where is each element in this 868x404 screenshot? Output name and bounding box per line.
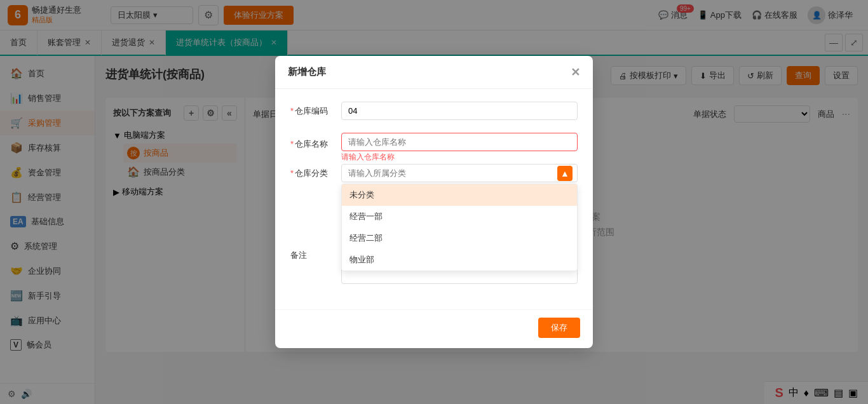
code-label: 仓库编码 xyxy=(290,102,341,117)
form-row-code: 仓库编码 xyxy=(290,102,578,120)
dropdown-option-0[interactable]: 未分类 xyxy=(342,184,577,206)
code-input[interactable] xyxy=(341,102,578,120)
category-dropdown-toggle[interactable]: ▲ xyxy=(557,166,573,181)
category-dropdown-list: 未分类 经营一部 经营二部 物业部 xyxy=(341,184,578,271)
name-input[interactable] xyxy=(341,133,578,151)
name-label: 仓库名称 xyxy=(290,135,341,150)
category-dropdown-wrapper: ▲ 未分类 经营一部 经营二部 物业部 xyxy=(341,164,578,182)
modal-header: 新增仓库 ✕ xyxy=(275,56,593,89)
modal-body: 仓库编码 仓库名称 请输入仓库名称 仓库分类 ▲ 未分类 xyxy=(275,89,593,309)
form-row-category: 仓库分类 ▲ 未分类 经营一部 经营二部 物业部 xyxy=(290,164,578,182)
modal-close-btn[interactable]: ✕ xyxy=(571,67,580,78)
modal-new-warehouse: 新增仓库 ✕ 仓库编码 仓库名称 请输入仓库名称 仓库分类 xyxy=(275,56,593,348)
modal-footer: 保存 xyxy=(275,309,593,348)
modal-overlay[interactable]: 新增仓库 ✕ 仓库编码 仓库名称 请输入仓库名称 仓库分类 xyxy=(0,0,868,404)
notes-label: 备注 xyxy=(290,246,341,261)
dropdown-option-2[interactable]: 经营二部 xyxy=(342,227,577,249)
category-input[interactable] xyxy=(341,164,578,182)
dropdown-option-3[interactable]: 物业部 xyxy=(342,249,577,271)
modal-title: 新增仓库 xyxy=(288,66,326,78)
dropdown-option-1[interactable]: 经营一部 xyxy=(342,206,577,227)
category-label: 仓库分类 xyxy=(290,164,341,179)
form-row-name: 仓库名称 请输入仓库名称 xyxy=(290,133,578,151)
name-error-msg: 请输入仓库名称 xyxy=(341,152,395,163)
save-button[interactable]: 保存 xyxy=(538,318,580,338)
